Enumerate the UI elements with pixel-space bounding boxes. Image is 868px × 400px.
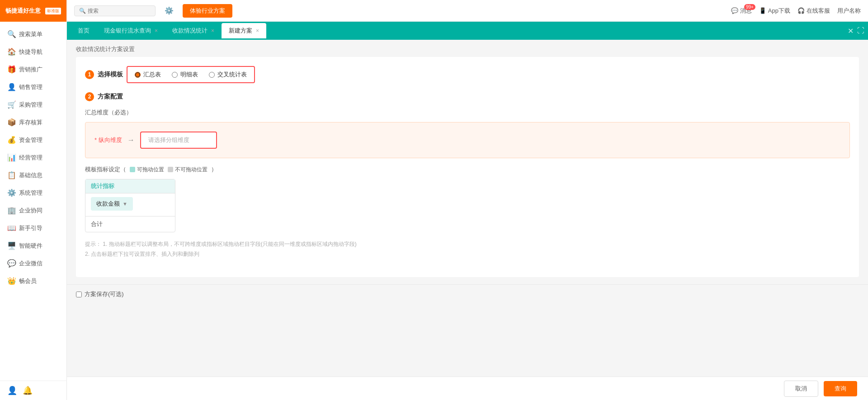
tab-home-label: 首页 [78, 27, 90, 35]
sidebar-item-sales[interactable]: 👤销售管理 [0, 78, 66, 96]
purchase-label: 采购管理 [19, 101, 42, 109]
dropdown-icon: ▼ [123, 201, 127, 207]
download-icon: 📱 [759, 7, 766, 14]
enterprise-label: 企业协同 [19, 207, 42, 215]
marketing-label: 营销推广 [19, 66, 42, 74]
wechat-label: 企业微信 [19, 259, 42, 268]
system-label: 系统管理 [19, 189, 42, 197]
member-icon: 👑 [7, 277, 15, 285]
sales-icon: 👤 [7, 83, 15, 91]
close-tab-icon[interactable]: ✕ [848, 27, 854, 35]
step1-number: 1 [85, 70, 94, 79]
sidebar-item-basics[interactable]: 📋基础信息 [0, 166, 66, 184]
sidebar-logo: 畅捷通好生意 标准版 [0, 0, 66, 22]
marketing-icon: 🎁 [7, 65, 15, 74]
step1-section: 1 选择模板 汇总表 明细表 交叉统计表 [85, 66, 850, 83]
enterprise-icon: 🏢 [7, 206, 15, 215]
message-icon: 💬 [731, 7, 738, 14]
save-checkbox-input[interactable] [76, 292, 82, 297]
step2-title: 方案配置 [98, 93, 123, 101]
sidebar-item-finance[interactable]: 💰资金管理 [0, 131, 66, 149]
metrics-total: 合计 [91, 221, 103, 227]
movable-label: 可拖动位置 [137, 166, 164, 174]
username: 用户名称 [837, 7, 861, 15]
step1-title: 选择模板 [98, 71, 123, 79]
gear-icon[interactable]: ⚙️ [165, 6, 174, 15]
metrics-section-label: 统计指标 [91, 183, 114, 189]
sidebar-item-operations[interactable]: 📊经营管理 [0, 149, 66, 166]
main-area: 🔍 ⚙️ 体验行业方案 💬 消息 99+ 📱 App下载 🎧 在线客服 用户名称 [67, 0, 868, 400]
save-checkbox[interactable]: 方案保存(可选) [76, 290, 124, 298]
sidebar-item-wechat[interactable]: 💬企业微信 [0, 254, 66, 272]
download-button[interactable]: 📱 App下载 [759, 7, 790, 15]
metrics-item-receipts[interactable]: 收款金额 ▼ [91, 197, 133, 211]
radio-cross[interactable]: 交叉统计表 [209, 71, 247, 79]
radio-cross-input[interactable] [209, 72, 215, 78]
inventory-label: 库存核算 [19, 118, 42, 127]
sidebar-item-guide[interactable]: 📖新手引导 [0, 219, 66, 237]
tab-cash-flow[interactable]: 现金银行流水查询 × [97, 23, 165, 38]
tab-home[interactable]: 首页 [71, 23, 97, 38]
arrow-icon: → [127, 136, 135, 144]
operations-label: 经营管理 [19, 154, 42, 162]
user-icon[interactable]: 👤 [7, 386, 17, 395]
sidebar-item-system[interactable]: ⚙️系统管理 [0, 184, 66, 202]
dimension-selector[interactable]: 请选择分组维度 [140, 132, 217, 149]
radio-summary[interactable]: 汇总表 [135, 71, 161, 79]
tip-2: 2. 点击标题栏下拉可设置排序、插入列和删除列 [85, 249, 850, 259]
vertical-label: * 纵向维度 [94, 136, 122, 144]
basics-label: 基础信息 [19, 171, 42, 179]
trial-button[interactable]: 体验行业方案 [183, 4, 232, 18]
messages-badge: 99+ [744, 4, 755, 10]
guide-icon: 📖 [7, 224, 15, 232]
metrics-config-area: 统计指标 收款金额 ▼ 合计 [85, 179, 850, 232]
cancel-button[interactable]: 取消 [784, 381, 818, 397]
tab-cash-flow-close[interactable]: × [155, 28, 158, 34]
action-bar: 取消 查询 [67, 376, 868, 400]
sidebar-item-enterprise[interactable]: 🏢企业协同 [0, 202, 66, 219]
radio-detail[interactable]: 明细表 [172, 71, 198, 79]
tab-cash-flow-label: 现金银行流水查询 [104, 27, 151, 35]
tip-1: 提示： 1. 拖动标题栏可以调整布局，不可跨维度或指标区域拖动栏目字段(只能在同… [85, 240, 850, 249]
page-title: 收款情况统计方案设置 [76, 46, 135, 52]
radio-cross-label: 交叉统计表 [217, 71, 247, 79]
sidebar-item-member[interactable]: 👑畅会员 [0, 272, 66, 290]
tab-new-plan-close[interactable]: × [256, 28, 259, 34]
quick-nav-icon: 🏠 [7, 47, 15, 56]
metrics-total-row: 合计 [85, 216, 175, 232]
wechat-icon: 💬 [7, 259, 15, 268]
finance-label: 资金管理 [19, 136, 42, 144]
tab-receipt-stats-close[interactable]: × [211, 28, 214, 34]
movable-dot [130, 167, 135, 172]
system-icon: ⚙️ [7, 188, 15, 197]
search-menu-icon: 🔍 [7, 30, 15, 38]
service-button[interactable]: 🎧 在线客服 [797, 7, 830, 15]
sidebar-nav: 🔍搜索菜单🏠快捷导航🎁营销推广👤销售管理🛒采购管理📦库存核算💰资金管理📊经营管理… [0, 22, 66, 381]
search-input[interactable] [88, 8, 146, 14]
messages-button[interactable]: 💬 消息 99+ [731, 7, 752, 15]
sidebar-item-quick-nav[interactable]: 🏠快捷导航 [0, 43, 66, 61]
maximize-icon[interactable]: ⛶ [857, 27, 864, 35]
radio-summary-label: 汇总表 [143, 71, 161, 79]
radio-detail-input[interactable] [172, 72, 178, 78]
search-menu-label: 搜索菜单 [19, 30, 42, 38]
sidebar-item-marketing[interactable]: 🎁营销推广 [0, 61, 66, 78]
service-icon: 🎧 [797, 7, 805, 14]
sidebar: 畅捷通好生意 标准版 🔍搜索菜单🏠快捷导航🎁营销推广👤销售管理🛒采购管理📦库存核… [0, 0, 67, 400]
tab-new-plan-label: 新建方案 [229, 27, 252, 35]
purchase-icon: 🛒 [7, 100, 15, 109]
tab-receipt-stats[interactable]: 收款情况统计 × [165, 23, 222, 38]
search-box[interactable]: 🔍 [74, 5, 156, 16]
fixed-indicator: 不可拖动位置 [168, 166, 208, 174]
search-icon: 🔍 [79, 8, 86, 14]
notification-icon[interactable]: 🔔 [23, 386, 33, 395]
save-checkbox-label: 方案保存(可选) [85, 290, 124, 298]
sidebar-item-search-menu[interactable]: 🔍搜索菜单 [0, 25, 66, 43]
sidebar-item-hardware[interactable]: 🖥️智能硬件 [0, 237, 66, 254]
quick-nav-label: 快捷导航 [19, 48, 42, 56]
sidebar-item-inventory[interactable]: 📦库存核算 [0, 113, 66, 131]
query-button[interactable]: 查询 [824, 381, 857, 396]
tab-new-plan[interactable]: 新建方案 × [222, 23, 266, 38]
radio-summary-input[interactable] [135, 72, 141, 78]
sidebar-item-purchase[interactable]: 🛒采购管理 [0, 96, 66, 113]
